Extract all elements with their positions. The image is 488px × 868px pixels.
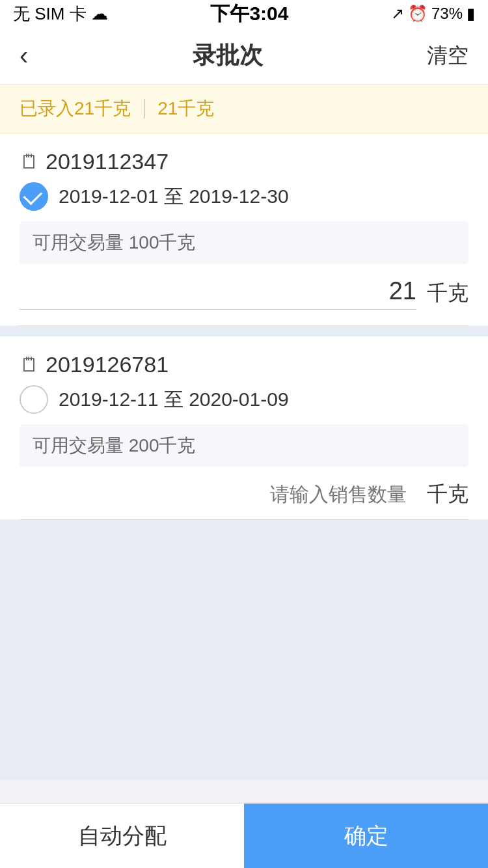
- summary-divider: [144, 99, 144, 118]
- batch-1-date-row: 2019-12-01 至 2019-12-30: [20, 182, 468, 211]
- back-button[interactable]: ‹: [20, 41, 28, 70]
- batch-card-2: 🗒 2019126781 2019-12-11 至 2020-01-09 可用交…: [0, 336, 488, 467]
- batch-2-header: 🗒 2019126781: [20, 352, 468, 377]
- batch-1-quantity-row: 21 千克: [0, 264, 488, 310]
- batch-2-date: 2019-12-11 至 2020-01-09: [59, 387, 289, 413]
- summary-value: 21千克: [157, 96, 214, 121]
- gray-area: [0, 520, 488, 780]
- clear-button[interactable]: 清空: [427, 42, 468, 70]
- batch-2-icon: 🗒: [20, 354, 39, 376]
- batch-card-1: 🗒 2019112347 2019-12-01 至 2019-12-30 可用交…: [0, 133, 488, 264]
- batch-1-date: 2019-12-01 至 2019-12-30: [59, 183, 289, 210]
- batch-1-radio[interactable]: [20, 182, 48, 211]
- nav-bar: ‹ 录批次 清空: [0, 27, 488, 85]
- alarm-icon: ⏰: [408, 5, 427, 23]
- bottom-bar: 自动分配 确定: [0, 803, 488, 868]
- battery-icon: ▮: [467, 5, 475, 23]
- batch-2-available: 可用交易量 200千克: [20, 424, 468, 467]
- batch-2-id: 2019126781: [46, 352, 169, 377]
- batch-1-quantity-unit: 千克: [427, 279, 468, 308]
- section-divider: [0, 326, 488, 336]
- summary-bar: 已录入21千克 21千克: [0, 85, 488, 133]
- auto-distribute-button[interactable]: 自动分配: [0, 804, 244, 868]
- batch-2-radio[interactable]: [20, 385, 48, 414]
- batch-1-icon: 🗒: [20, 151, 39, 173]
- location-icon: ↗: [391, 5, 404, 23]
- status-bar: 无 SIM 卡 ☁ 下午3:04 ↗ ⏰ 73% ▮: [0, 0, 488, 27]
- batch-2-quantity-input[interactable]: [20, 483, 416, 506]
- status-right: ↗ ⏰ 73% ▮: [391, 5, 475, 23]
- batch-2-quantity-unit: 千克: [427, 480, 468, 509]
- batch-2-quantity-row: 千克: [0, 467, 488, 509]
- page-title: 录批次: [193, 40, 263, 72]
- no-sim-text: 无 SIM 卡 ☁: [13, 3, 108, 25]
- summary-label: 已录入21千克: [20, 96, 131, 121]
- batch-1-id: 2019112347: [46, 149, 169, 174]
- status-time: 下午3:04: [210, 1, 288, 27]
- batch-1-header: 🗒 2019112347: [20, 149, 468, 174]
- status-left: 无 SIM 卡 ☁: [13, 3, 108, 25]
- confirm-button[interactable]: 确定: [244, 804, 488, 868]
- batch-1-input-area: 21: [20, 277, 416, 310]
- batch-1-available: 可用交易量 100千克: [20, 221, 468, 264]
- batch-1-quantity-value[interactable]: 21: [389, 277, 416, 305]
- battery-text: 73%: [431, 5, 463, 23]
- batch-2-date-row: 2019-12-11 至 2020-01-09: [20, 385, 468, 414]
